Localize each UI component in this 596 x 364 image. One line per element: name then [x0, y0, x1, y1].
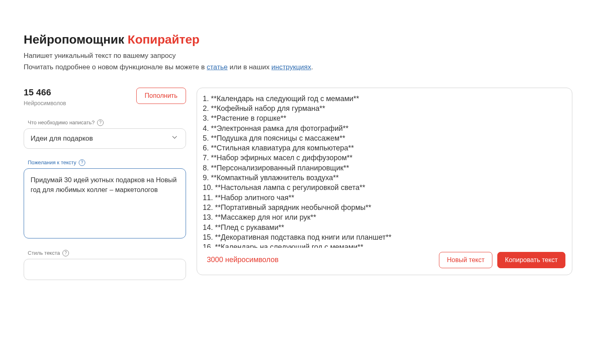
what-select-value: Идеи для подарков [31, 135, 93, 142]
output-line: 3. **Растение в горшке** [203, 113, 564, 123]
subtitle-line-1: Напишет уникальный текст по вашему запро… [24, 51, 572, 61]
balance-value: 15 466 [24, 88, 66, 97]
wishes-label: Пожелания к тексту ? [28, 159, 186, 166]
help-icon[interactable]: ? [79, 159, 85, 166]
title-prefix: Нейропомощник [24, 33, 128, 46]
what-label: Что необходимо написать? ? [28, 119, 186, 126]
subtitle-line-2: Почитать подробнее о новом функционале в… [24, 62, 572, 73]
output-line: 2. **Кофейный набор для гурмана** [203, 104, 564, 113]
output-line: 10. **Настольная лампа с регулировкой св… [203, 183, 564, 192]
symbol-counter: 3000 нейросимволов [207, 256, 279, 264]
new-text-button[interactable]: Новый текст [439, 252, 492, 268]
what-select[interactable]: Идеи для подарков [24, 128, 186, 149]
output-line: 11. **Набор элитного чая** [203, 193, 564, 203]
style-label: Стиль текста ? [28, 250, 186, 256]
output-line: 1. **Календарь на следующий год с мемами… [203, 94, 564, 104]
style-label-text: Стиль текста [28, 250, 60, 256]
subtitle-text-a: Почитать подробнее о новом функционале в… [24, 63, 207, 71]
subtitle-text-c: . [311, 63, 313, 71]
style-input[interactable] [24, 259, 186, 280]
output-line: 5. **Подушка для поясницы с массажем** [203, 133, 564, 143]
wishes-textarea[interactable] [24, 168, 186, 238]
output-line: 9. **Компактный увлажнитель воздуха** [203, 173, 564, 183]
title-accent: Копирайтер [128, 33, 199, 46]
help-icon[interactable]: ? [97, 119, 104, 126]
output-line: 8. **Персонализированный планировщик** [203, 163, 564, 173]
output-line: 12. **Портативный зарядник необычной фор… [203, 203, 564, 212]
subtitle-text-b: или в наших [228, 63, 271, 71]
output-line: 7. **Набор эфирных масел с диффузором** [203, 153, 564, 163]
article-link[interactable]: статье [207, 63, 228, 71]
wishes-label-text: Пожелания к тексту [28, 159, 76, 165]
topup-button[interactable]: Пополнить [136, 88, 186, 104]
output-line: 13. **Массажер для ног или рук** [203, 212, 564, 222]
instructions-link[interactable]: инструкциях [271, 63, 311, 71]
page-title: Нейропомощник Копирайтер [24, 33, 572, 46]
output-text[interactable]: 1. **Календарь на следующий год с мемами… [197, 91, 572, 248]
output-line: 14. **Плед с рукавами** [203, 223, 564, 232]
output-line: 16. **Календарь на следующий год с мемам… [203, 242, 564, 248]
output-line: 4. **Электронная рамка для фотографий** [203, 124, 564, 133]
help-icon[interactable]: ? [62, 250, 69, 256]
output-line: 6. **Стильная клавиатура для компьютера*… [203, 143, 564, 153]
what-label-text: Что необходимо написать? [28, 119, 95, 126]
copy-text-button[interactable]: Копировать текст [497, 252, 565, 268]
output-box: 1. **Календарь на следующий год с мемами… [197, 88, 572, 275]
chevron-down-icon [171, 133, 178, 143]
output-line: 15. **Декоративная подставка под книги и… [203, 232, 564, 242]
balance-label: Нейросимволов [24, 100, 66, 106]
